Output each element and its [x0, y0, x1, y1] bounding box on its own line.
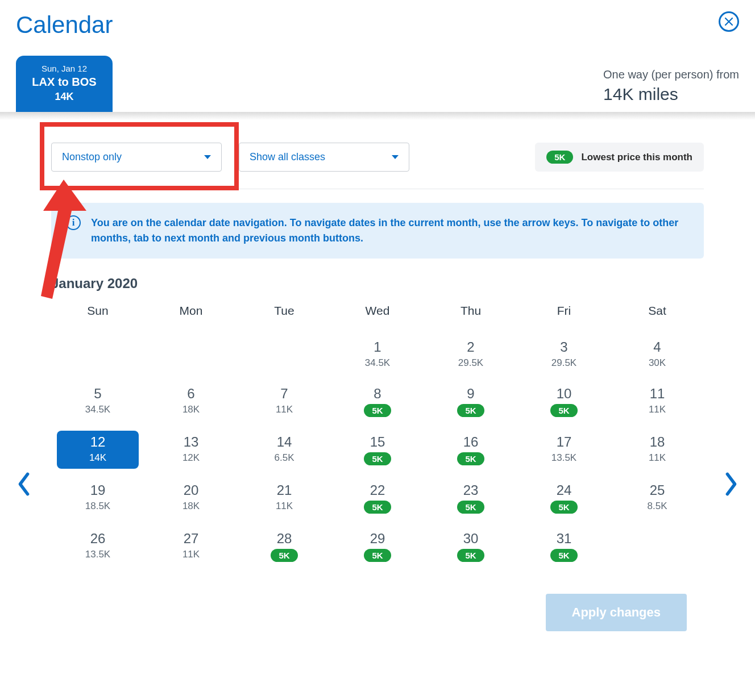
day-price: 18.5K	[51, 501, 144, 512]
day-cell[interactable]: 1918.5K	[51, 479, 144, 517]
day-cell[interactable]: 105K	[517, 382, 611, 420]
lowest-price-pill: 5K	[546, 151, 573, 164]
day-cell[interactable]: 235K	[424, 479, 517, 517]
chevron-right-icon	[723, 472, 739, 497]
day-number: 14	[238, 434, 331, 450]
day-cell[interactable]: 1713.5K	[517, 431, 611, 469]
day-cell[interactable]: 225K	[331, 479, 424, 517]
day-cell-blank	[238, 336, 331, 372]
day-cell[interactable]: 430K	[611, 336, 704, 372]
day-cell[interactable]: 711K	[238, 382, 331, 420]
day-number: 3	[517, 339, 611, 355]
day-cell[interactable]: 155K	[331, 431, 424, 469]
day-number: 10	[517, 386, 611, 402]
day-price-pill: 5K	[457, 549, 484, 562]
day-price: 8.5K	[611, 501, 704, 512]
day-cell[interactable]: 534.5K	[51, 382, 144, 420]
day-cell[interactable]: 2111K	[238, 479, 331, 517]
day-price: 12K	[144, 452, 238, 464]
day-number: 12	[57, 434, 139, 450]
prev-month-button[interactable]	[16, 472, 32, 499]
calendar-grid: 134.5K229.5K329.5K430K534.5K618K711K85K9…	[51, 336, 704, 565]
day-number: 8	[331, 386, 424, 402]
day-cell[interactable]: 618K	[144, 382, 238, 420]
day-cell[interactable]: 1312K	[144, 431, 238, 469]
day-price-pill: 5K	[550, 549, 577, 562]
price-summary: One way (per person) from 14K miles	[603, 68, 739, 112]
day-price: 6.5K	[238, 452, 331, 464]
day-price-pill: 5K	[550, 501, 577, 514]
day-number: 30	[424, 531, 517, 547]
day-cell[interactable]: 1214K	[57, 431, 139, 469]
lowest-price-chip: 5K Lowest price this month	[535, 143, 704, 172]
day-cell[interactable]: 285K	[238, 527, 331, 565]
day-price: 11K	[144, 549, 238, 560]
filter-row: Nonstop only Show all classes 5K Lowest …	[51, 120, 704, 189]
day-cell-blank	[51, 336, 144, 372]
day-cell[interactable]: 315K	[517, 527, 611, 565]
day-cell[interactable]: 295K	[331, 527, 424, 565]
day-number: 23	[424, 482, 517, 498]
day-cell[interactable]: 1111K	[611, 382, 704, 420]
day-price-pill: 5K	[364, 549, 391, 562]
day-number: 2	[424, 339, 517, 355]
day-price-pill: 5K	[550, 404, 577, 417]
day-number: 19	[51, 482, 144, 498]
day-cell[interactable]: 305K	[424, 527, 517, 565]
cabin-filter[interactable]: Show all classes	[239, 143, 409, 172]
summary-value: 14K miles	[603, 85, 739, 104]
stops-filter-value: Nonstop only	[62, 151, 122, 163]
day-cell[interactable]: 146.5K	[238, 431, 331, 469]
day-cell[interactable]: 329.5K	[517, 336, 611, 372]
day-price: 13.5K	[51, 549, 144, 560]
day-price: 11K	[238, 404, 331, 415]
weekday-label: Sat	[611, 304, 704, 318]
close-button[interactable]	[719, 11, 739, 32]
day-number: 18	[611, 434, 704, 450]
day-number: 24	[517, 482, 611, 498]
day-cell[interactable]: 165K	[424, 431, 517, 469]
day-price-pill: 5K	[457, 404, 484, 417]
day-number: 9	[424, 386, 517, 402]
weekday-label: Fri	[517, 304, 611, 318]
stops-filter[interactable]: Nonstop only	[51, 143, 222, 172]
day-cell[interactable]: 245K	[517, 479, 611, 517]
page-title: Calendar	[16, 11, 113, 39]
weekday-header: SunMonTueWedThuFriSat	[51, 304, 704, 318]
day-price: 14K	[57, 452, 139, 464]
day-number: 27	[144, 531, 238, 547]
day-cell[interactable]: 1811K	[611, 431, 704, 469]
day-number: 6	[144, 386, 238, 402]
day-number: 13	[144, 434, 238, 450]
day-price-pill: 5K	[457, 501, 484, 514]
day-number: 31	[517, 531, 611, 547]
day-number: 20	[144, 482, 238, 498]
day-cell[interactable]: 2613.5K	[51, 527, 144, 565]
day-price: 11K	[611, 404, 704, 415]
chevron-left-icon	[16, 472, 32, 497]
day-cell[interactable]: 258.5K	[611, 479, 704, 517]
day-price: 34.5K	[51, 404, 144, 415]
info-icon: i	[66, 215, 81, 230]
day-cell[interactable]: 229.5K	[424, 336, 517, 372]
day-cell[interactable]: 85K	[331, 382, 424, 420]
info-text: You are on the calendar date navigation.…	[91, 215, 689, 246]
day-cell[interactable]: 2711K	[144, 527, 238, 565]
day-price: 29.5K	[517, 357, 611, 369]
weekday-label: Tue	[238, 304, 331, 318]
day-price: 13.5K	[517, 452, 611, 464]
month-label: January 2020	[51, 276, 704, 291]
day-number: 7	[238, 386, 331, 402]
day-cell[interactable]: 2018K	[144, 479, 238, 517]
day-price: 18K	[144, 501, 238, 512]
weekday-label: Thu	[424, 304, 517, 318]
day-number: 26	[51, 531, 144, 547]
day-number: 28	[238, 531, 331, 547]
day-number: 16	[424, 434, 517, 450]
day-cell[interactable]: 95K	[424, 382, 517, 420]
apply-changes-button[interactable]: Apply changes	[546, 594, 687, 631]
next-month-button[interactable]	[723, 472, 739, 499]
trip-tab[interactable]: Sun, Jan 12 LAX to BOS 14K	[16, 56, 113, 112]
day-cell[interactable]: 134.5K	[331, 336, 424, 372]
lowest-price-label: Lowest price this month	[581, 152, 692, 163]
